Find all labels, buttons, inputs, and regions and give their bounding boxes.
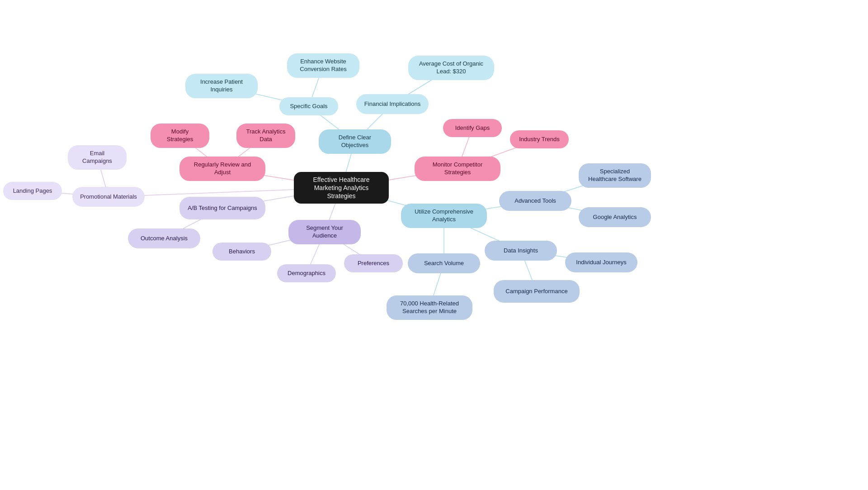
node-average_cost: Average Cost of Organic Lead: $320 [408,56,494,80]
node-increase_patient: Increase Patient Inquiries [185,74,258,98]
node-data_insights: Data Insights [485,241,557,261]
node-utilize_comprehensive: Utilize Comprehensive Analytics [401,204,487,228]
node-landing_pages: Landing Pages [3,182,62,200]
node-segment_audience: Segment Your Audience [288,220,361,244]
node-center: Effective Healthcare Marketing Analytics… [294,172,389,204]
node-specific_goals: Specific Goals [279,97,338,115]
node-health_searches: 70,000 Health-Related Searches per Minut… [387,295,472,320]
node-enhance_website: Enhance Website Conversion Rates [287,53,359,78]
node-ab_testing: A/B Testing for Campaigns [179,197,265,219]
node-search_volume: Search Volume [408,253,480,273]
node-financial_implications: Financial Implications [356,94,429,114]
node-preferences: Preferences [344,254,403,272]
node-specialized_software: Specialized Healthcare Software [579,163,651,188]
node-promotional_materials: Promotional Materials [72,187,145,207]
node-regularly_review: Regularly Review and Adjust [179,157,265,181]
node-outcome_analysis: Outcome Analysis [128,228,200,248]
node-behaviors: Behaviors [212,243,271,261]
node-google_analytics: Google Analytics [579,207,651,227]
node-monitor_competitor: Monitor Competitor Strategies [415,157,500,181]
node-email_campaigns: Email Campaigns [68,145,127,170]
node-identify_gaps: Identify Gaps [443,119,502,137]
node-demographics: Demographics [277,264,336,282]
node-advanced_tools: Advanced Tools [499,191,571,211]
node-industry_trends: Industry Trends [510,130,569,148]
node-modify_strategies: Modify Strategies [151,124,209,148]
node-define_clear_objectives: Define Clear Objectives [319,129,391,154]
mindmap-container: Effective Healthcare Marketing Analytics… [0,0,868,490]
node-campaign_performance: Campaign Performance [494,280,580,303]
node-individual_journeys: Individual Journeys [565,252,637,272]
node-track_analytics: Track Analytics Data [236,124,295,148]
